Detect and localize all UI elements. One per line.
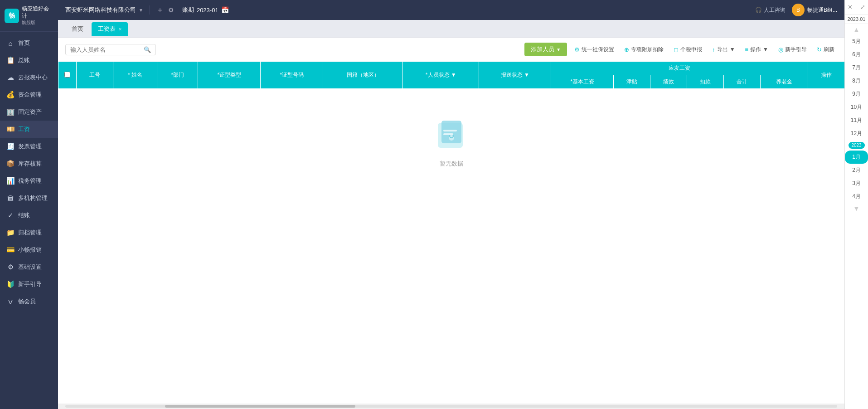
- search-box[interactable]: 🔍: [65, 44, 156, 55]
- month-prev-6[interactable]: 11月: [845, 114, 868, 127]
- month-prev-7[interactable]: 12月: [845, 127, 868, 140]
- tax-report-label: 个税申报: [680, 46, 702, 54]
- search-input[interactable]: [70, 46, 141, 53]
- tax-report-icon: ◻: [674, 46, 679, 53]
- sidebar-item-10[interactable]: ✓结账: [0, 207, 58, 224]
- topbar: 西安虾米网络科技有限公司 ▼ ＋ ⚙ 账期 2023-01 📅 🎧 人工咨询 B…: [58, 0, 844, 20]
- month-prev-4[interactable]: 9月: [845, 88, 868, 101]
- sidebar-item-1[interactable]: 📋总账: [0, 52, 58, 69]
- guide-button[interactable]: ◎ 新手引导: [776, 44, 810, 55]
- right-panel: ✕ ⤢ 2023.01 ▲ 5月6月7月8月9月10月11月12月20231月2…: [844, 0, 868, 409]
- month-prev-3[interactable]: 8月: [845, 74, 868, 88]
- sidebar-label-11: 归档管理: [18, 229, 42, 237]
- month-prev-0[interactable]: 5月: [845, 35, 868, 48]
- sidebar-icon-11: 📁: [6, 229, 15, 237]
- month-prev-2[interactable]: 7月: [845, 61, 868, 74]
- calendar-icon[interactable]: 📅: [221, 6, 229, 14]
- right-panel-header: ✕ ⤢: [845, 0, 868, 15]
- main-content: 西安虾米网络科技有限公司 ▼ ＋ ⚙ 账期 2023-01 📅 🎧 人工咨询 B…: [58, 0, 844, 409]
- guide-label: 新手引导: [785, 46, 807, 54]
- scrollbar-track[interactable]: [65, 405, 837, 408]
- sidebar-item-0[interactable]: ⌂首页: [0, 34, 58, 52]
- sidebar-icon-10: ✓: [6, 211, 15, 219]
- sidebar-item-8[interactable]: 📊税务管理: [0, 172, 58, 190]
- sidebar-label-8: 税务管理: [18, 177, 42, 185]
- month-prev-1[interactable]: 6月: [845, 48, 868, 61]
- operation-button[interactable]: ≡ 操作 ▼: [742, 44, 771, 55]
- sidebar-label-1: 总账: [18, 56, 30, 64]
- month-nav-down-button[interactable]: ▼: [845, 203, 868, 214]
- export-button[interactable]: ↑ 导出 ▼: [709, 44, 737, 55]
- empty-state: 暂无数据: [58, 89, 844, 195]
- special-deduction-button[interactable]: ⊕ 专项附加扣除: [621, 44, 666, 55]
- topbar-settings-button[interactable]: ⚙: [168, 6, 174, 14]
- sidebar-label-15: 畅会员: [18, 297, 36, 306]
- sidebar-icon-2: ☁: [6, 73, 15, 82]
- sidebar-item-5[interactable]: 💴工资: [0, 121, 58, 138]
- scrollbar-thumb[interactable]: [165, 405, 355, 408]
- checkbox-header[interactable]: [58, 62, 77, 89]
- th-performance: 绩效: [650, 75, 687, 89]
- th-pension: 养老金: [761, 75, 808, 89]
- toolbar-right: 添加人员 ▼ ⚙ 统一社保设置 ⊕ 专项附加扣除 ◻ 个税申报 ↑ 导出: [524, 43, 837, 56]
- sidebar-item-14[interactable]: 🔰新手引导: [0, 276, 58, 293]
- tab-home[interactable]: 首页: [65, 22, 90, 36]
- th-allowance: 津贴: [613, 75, 650, 89]
- table-scrollbar[interactable]: [58, 404, 844, 409]
- sidebar-item-15[interactable]: V畅会员: [0, 293, 58, 310]
- sidebar-item-13[interactable]: ⚙基础设置: [0, 258, 58, 276]
- sidebar-item-11[interactable]: 📁归档管理: [0, 224, 58, 241]
- social-security-button[interactable]: ⚙ 统一社保设置: [572, 44, 617, 55]
- sidebar-item-4[interactable]: 🏢固定资产: [0, 103, 58, 121]
- th-action: 操作: [808, 62, 844, 89]
- export-icon: ↑: [712, 46, 715, 53]
- logo-icon: 畅: [5, 9, 19, 23]
- svg-rect-3: [443, 133, 453, 135]
- month-current-2[interactable]: 3月: [845, 177, 868, 190]
- company-selector[interactable]: 西安虾米网络科技有限公司 ▼: [65, 6, 143, 14]
- sidebar-item-6[interactable]: 🧾发票管理: [0, 138, 58, 155]
- person-status-filter-icon: ▼: [451, 72, 456, 78]
- svg-point-5: [449, 136, 450, 137]
- month-current-1[interactable]: 2月: [845, 164, 868, 177]
- support-button[interactable]: 🎧 人工咨询: [755, 6, 786, 14]
- topbar-add-button[interactable]: ＋: [156, 5, 164, 15]
- month-current-3[interactable]: 4月: [845, 190, 868, 203]
- sidebar: 畅 畅应通好会计 旗舰版 ⌂首页📋总账☁云报表中心💰资金管理🏢固定资产💴工资🧾发…: [0, 0, 58, 409]
- sidebar-item-7[interactable]: 📦库存核算: [0, 155, 58, 172]
- sidebar-label-0: 首页: [18, 39, 30, 47]
- sidebar-item-9[interactable]: 🏛多机构管理: [0, 190, 58, 207]
- content-area: 🔍 添加人员 ▼ ⚙ 统一社保设置 ⊕ 专项附加扣除 ◻ 个税申报: [58, 38, 844, 409]
- month-nav-up-button[interactable]: ▲: [845, 24, 868, 35]
- empty-icon: [433, 116, 470, 152]
- sidebar-label-10: 结账: [18, 211, 30, 219]
- social-security-label: 统一社保设置: [582, 46, 614, 54]
- tab-payroll[interactable]: 工资表 ×: [92, 22, 128, 36]
- select-all-checkbox[interactable]: [64, 72, 70, 78]
- right-panel-expand-button[interactable]: ⤢: [860, 4, 865, 10]
- month-current-0[interactable]: 1月: [845, 151, 868, 164]
- sidebar-item-12[interactable]: 💳小畅报销: [0, 241, 58, 258]
- add-person-button[interactable]: 添加人员 ▼: [524, 43, 567, 56]
- right-panel-close-button[interactable]: ✕: [848, 4, 853, 10]
- tax-report-button[interactable]: ◻ 个税申报: [671, 44, 705, 55]
- refresh-label: 刷新: [824, 46, 834, 54]
- sidebar-item-3[interactable]: 💰资金管理: [0, 86, 58, 103]
- sidebar-label-2: 云报表中心: [18, 73, 48, 82]
- svg-point-6: [452, 136, 454, 137]
- refresh-button[interactable]: ↻ 刷新: [814, 44, 837, 55]
- th-person-status[interactable]: *人员状态 ▼: [403, 62, 479, 89]
- month-prev-5[interactable]: 10月: [845, 101, 868, 114]
- th-submit-status[interactable]: 报送状态 ▼: [479, 62, 551, 89]
- svg-rect-2: [443, 130, 457, 131]
- th-payable-group: 应发工资: [551, 62, 808, 75]
- add-person-label: 添加人员: [531, 45, 554, 54]
- sidebar-item-2[interactable]: ☁云报表中心: [0, 69, 58, 86]
- user-menu[interactable]: B 畅捷通B组...: [792, 4, 837, 16]
- tab-payroll-close[interactable]: ×: [119, 26, 121, 32]
- sidebar-label-7: 库存核算: [18, 160, 42, 168]
- topbar-divider-1: [150, 5, 150, 15]
- social-security-icon: ⚙: [574, 46, 580, 53]
- table-container: 工号 * 姓名 *部门 *证型类型 *证型号码 国籍（地区） *人员状态 ▼ 报…: [58, 61, 844, 404]
- sidebar-icon-1: 📋: [6, 56, 15, 64]
